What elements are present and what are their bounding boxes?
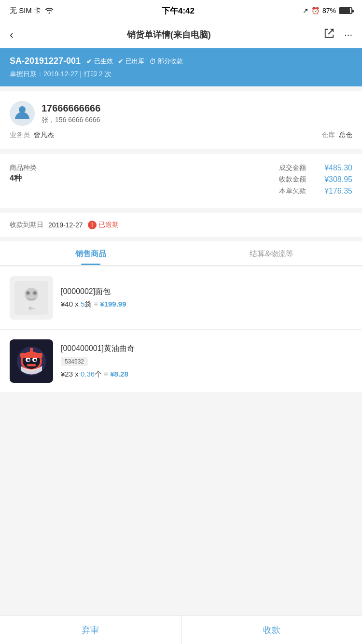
due-label: 收款到期日 — [10, 221, 43, 229]
product-code-1: [0000002] — [61, 287, 95, 295]
amount-value-1: ¥485.30 — [314, 164, 352, 172]
unit-price-2: ¥23 — [61, 370, 73, 378]
summary-section: 商品种类 4种 成交金额 ¥485.30 收款金额 ¥308.95 本单欠款 ¥… — [0, 154, 362, 208]
product-type-value: 4种 — [10, 173, 37, 183]
clock-icon: ⏱ — [149, 57, 156, 65]
location-icon: ↗ — [303, 7, 308, 14]
print-suffix: 次 — [103, 70, 111, 78]
cancel-button[interactable]: 弃审 — [0, 616, 181, 644]
equals-1: = — [94, 300, 100, 308]
badge-effective: ✔ 已生效 — [86, 57, 113, 66]
order-id-row: SA-20191227-001 ✔ 已生效 ✔ 已出库 ⏱ 部分收款 — [10, 56, 352, 66]
product-name-2: [000400001]黄油曲奇 — [61, 344, 352, 354]
amount-label-1: 成交金额 — [279, 164, 306, 172]
confirm-button[interactable]: 收款 — [181, 616, 362, 644]
wifi-icon — [45, 7, 54, 15]
svg-point-5 — [27, 292, 29, 294]
badge-partial: ⏱ 部分收款 — [149, 57, 183, 66]
tab-products-label: 销售商品 — [75, 250, 106, 258]
order-id: SA-20191227-001 — [10, 56, 81, 66]
qty-2: 0.36 — [81, 370, 95, 378]
products-section: 兽+ [0000002]面包 ¥40 x 5袋 = ¥199.99 — [0, 266, 362, 393]
battery-icon — [339, 7, 352, 14]
status-right: ↗ ⏰ 87% — [303, 7, 352, 14]
customer-row: 17666666666 张，156 6666 6666 — [10, 101, 352, 126]
product-img-svg-2 — [10, 339, 53, 383]
badge-delivered-label: 已出库 — [125, 57, 144, 66]
badge-partial-label: 部分收款 — [158, 57, 183, 66]
unit-price-1: ¥40 — [61, 300, 73, 308]
product-sku-2: 534532 — [61, 357, 88, 366]
sales-label: 业务员 — [10, 131, 30, 140]
amount-label-3: 本单欠款 — [279, 187, 306, 196]
unit-1: 袋 — [84, 300, 92, 308]
due-date: 2019-12-27 — [48, 221, 83, 229]
order-date: 2019-12-27 — [43, 70, 78, 78]
warehouse-label: 仓库 — [321, 131, 335, 140]
multiply-1: x — [75, 300, 81, 308]
tab-products[interactable]: 销售商品 — [0, 241, 181, 265]
svg-point-15 — [34, 359, 37, 362]
product-item-2: [000400001]黄油曲奇 534532 ¥23 x 0.36个 = ¥8.… — [0, 330, 362, 393]
qty-1: 5 — [81, 300, 84, 308]
product-placeholder-1: 兽+ — [14, 281, 48, 315]
print-label: | 打印 — [78, 70, 99, 78]
product-info-1: [0000002]面包 ¥40 x 5袋 = ¥199.99 — [61, 287, 352, 309]
more-icon[interactable]: ··· — [344, 29, 352, 40]
product-info-2: [000400001]黄油曲奇 534532 ¥23 x 0.36个 = ¥8.… — [61, 344, 352, 379]
check-icon-1: ✔ — [86, 57, 92, 65]
amount-row-2: 收款金额 ¥308.95 — [279, 175, 352, 184]
badge-delivered: ✔ 已出库 — [118, 57, 144, 66]
product-title-2: 黄油曲奇 — [104, 344, 135, 352]
amounts: 成交金额 ¥485.30 收款金额 ¥308.95 本单欠款 ¥176.35 — [279, 164, 352, 198]
total-1: ¥199.99 — [100, 300, 126, 308]
order-header: SA-20191227-001 ✔ 已生效 ✔ 已出库 ⏱ 部分收款 单据日期：… — [0, 48, 362, 86]
unit-2: 个 — [95, 370, 102, 378]
multiply-2: x — [75, 370, 81, 378]
customer-id: 17666666666 — [42, 103, 100, 114]
product-price-2: ¥23 x 0.36个 = ¥8.28 — [61, 370, 352, 379]
bottom-bar: 弃审 收款 — [0, 615, 362, 644]
tabs-section: 销售商品 结算&物流等 — [0, 241, 362, 266]
product-image-1: 兽+ — [10, 276, 53, 320]
customer-detail-row: 业务员 曾凡杰 仓库 总仓 — [10, 131, 352, 140]
svg-rect-16 — [27, 364, 36, 366]
order-date-row: 单据日期：2019-12-27 | 打印 2 次 — [10, 70, 352, 79]
back-button[interactable]: ‹ — [10, 28, 14, 42]
page-title: 销货单详情(来自电脑) — [127, 29, 211, 41]
customer-section: 17666666666 张，156 6666 6666 业务员 曾凡杰 仓库 总… — [0, 91, 362, 149]
product-price-1: ¥40 x 5袋 = ¥199.99 — [61, 300, 352, 309]
status-bar: 无 SIM 卡 下午4:42 ↗ ⏰ 87% — [0, 0, 362, 21]
person-icon — [14, 103, 31, 124]
svg-point-14 — [28, 359, 30, 362]
battery-percent: 87% — [322, 7, 336, 14]
warehouse-name: 总仓 — [339, 131, 352, 140]
customer-subname: 张，156 6666 6666 — [42, 116, 100, 125]
tab-settlement-label: 结算&物流等 — [250, 250, 293, 258]
date-label: 单据日期： — [10, 70, 43, 78]
product-type: 商品种类 4种 — [10, 164, 37, 183]
badge-effective-label: 已生效 — [94, 57, 113, 66]
svg-point-6 — [34, 292, 36, 294]
check-icon-2: ✔ — [118, 57, 124, 65]
sales-name: 曾凡杰 — [34, 131, 54, 140]
product-name-1: [0000002]面包 — [61, 287, 352, 297]
tab-settlement[interactable]: 结算&物流等 — [181, 241, 362, 265]
amount-value-2: ¥308.95 — [314, 175, 352, 184]
carrier-label: 无 SIM 卡 — [10, 6, 41, 15]
share-icon[interactable] — [324, 28, 334, 41]
print-count: 2 — [99, 70, 103, 78]
svg-point-0 — [19, 106, 26, 113]
status-badges: ✔ 已生效 ✔ 已出库 ⏱ 部分收款 — [86, 57, 183, 66]
svg-rect-18 — [30, 348, 33, 354]
product-title-1: 面包 — [95, 287, 111, 295]
nav-actions: ··· — [324, 28, 352, 41]
overdue-text: 已逾期 — [98, 221, 119, 229]
amount-row-3: 本单欠款 ¥176.35 — [279, 187, 352, 196]
amount-row-1: 成交金额 ¥485.30 — [279, 164, 352, 172]
amount-value-3: ¥176.35 — [314, 187, 352, 196]
due-section: 收款到期日 2019-12-27 ! 已逾期 — [0, 213, 362, 238]
product-item: 兽+ [0000002]面包 ¥40 x 5袋 = ¥199.99 — [0, 266, 362, 330]
customer-info: 17666666666 张，156 6666 6666 — [42, 103, 100, 125]
avatar — [10, 101, 35, 126]
